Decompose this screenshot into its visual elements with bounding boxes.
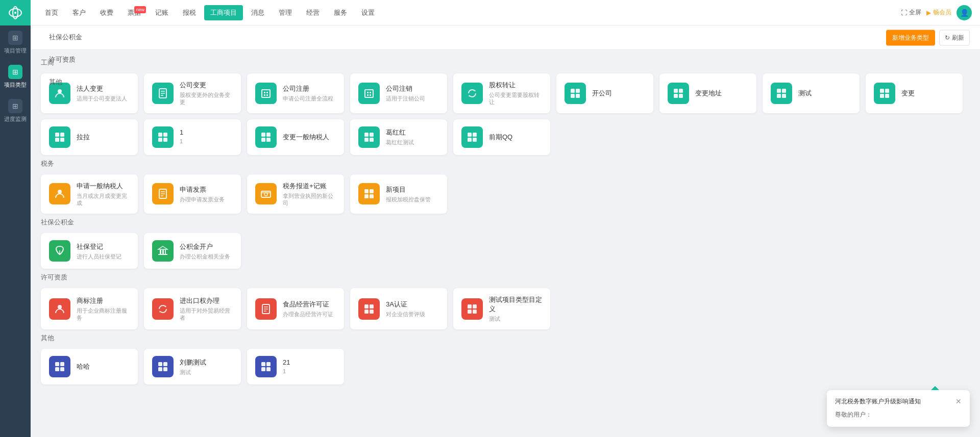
vip-icon: ▶ [926,9,931,16]
card-change2[interactable]: 变更 [866,73,963,113]
svg-point-74 [58,305,62,309]
card-icon-num21 [255,356,277,377]
card-change-taxpayer[interactable]: 变更一般纳税人 [247,119,344,155]
card-test-type[interactable]: 测试项目类型目定义 测试 [453,288,550,329]
card-company-change[interactable]: 公司变更 股权变更外的业务变更 [144,73,241,113]
section-license-section: 许可资质 商标注册 用于企业商标注册服务 进出口权办理 适用于对外贸易经营者 [41,273,970,329]
card-apply-taxpayer[interactable]: 申请一般纳税人 当月或次月成变更完成 [41,174,138,214]
svg-rect-45 [266,133,271,137]
notification-title: 河北税务数字账户升级影响通知 [835,397,921,406]
section-industry-section: 工商 法人变更 适用于公司变更法人 公司变更 股权变更外的业务变更 [41,58,970,155]
card-icon-gehonghong [358,126,380,148]
subtabs-list: 工商税务社保公积金许可资质其他 [41,25,92,94]
topnav-items: 首页客户收费票据new记账报税工商项目消息管理经营服务设置 [39,5,901,20]
card-lala[interactable]: 拉拉 [41,119,138,155]
svg-rect-40 [158,133,162,137]
card-text-equity-transfer: 股权转让 公司变更需要股权转让 [489,81,542,106]
main-scroll[interactable]: 工商 法人变更 适用于公司变更法人 公司变更 股权变更外的业务变更 [31,50,980,437]
svg-rect-24 [674,89,678,93]
svg-rect-16 [370,92,371,93]
card-fund-account[interactable]: 公积金开户 办理公积金相关业务 [144,233,241,269]
card-company-register[interactable]: 公司注册 申请公司注册全流程 [247,73,344,113]
card-social-register[interactable]: 社保登记 进行人员社保登记 [41,233,138,269]
sidebar-icon-project-type: ⊞ [8,65,22,79]
svg-rect-50 [364,138,369,142]
card-text-company-register: 公司注册 申请公司注册全流程 [283,84,333,102]
sidebar-logo[interactable] [0,0,31,25]
svg-rect-20 [571,89,575,93]
card-company-cancel[interactable]: 公司注销 适用于注销公司 [350,73,447,113]
card-num21[interactable]: 21 1 [247,349,344,384]
card-liupeng-test[interactable]: 刘鹏测试 测试 [144,349,241,384]
subtab-social[interactable]: 社保公积金 [41,27,90,49]
topnav-item-service[interactable]: 服务 [328,5,353,20]
fullscreen-button[interactable]: ⛶ 全屏 [901,8,921,17]
vip-button[interactable]: ▶ 畅会员 [926,8,951,17]
sidebar-item-progress-monitor[interactable]: ⊞ 进度监测 [0,94,31,128]
topnav-item-home[interactable]: 首页 [39,5,64,20]
notification-close-icon[interactable]: ✕ [955,397,962,405]
card-icon-num1 [152,126,174,148]
card-name-food-license: 食品经营许可证 [283,300,333,309]
subtab-license[interactable]: 许可资质 [41,49,90,71]
topnav-item-manage[interactable]: 管理 [273,5,298,20]
svg-rect-47 [266,138,271,142]
svg-rect-25 [679,89,683,93]
sidebar-item-project-manage[interactable]: ⊞ 项目管理 [0,25,31,60]
avatar[interactable]: 👤 [957,5,972,20]
card-icon-equity-transfer [461,83,483,104]
svg-rect-34 [880,94,884,98]
card-num1[interactable]: 1 1 [144,119,241,155]
card-name-test1: 测试 [798,89,812,98]
card-icon-haha [49,356,70,377]
card-3a-cert[interactable]: 3A认证 对企业信誉评级 [350,288,447,329]
card-text-apply-taxpayer: 申请一般纳税人 当月或次月成变更完成 [77,182,130,207]
svg-rect-92 [163,362,167,366]
topnav-item-billing[interactable]: 收费 [94,5,119,20]
card-haha[interactable]: 哈哈 [41,349,138,384]
topnav-item-settings[interactable]: 设置 [355,5,381,20]
topnav-item-operation[interactable]: 经营 [300,5,326,20]
card-qianqi-qq[interactable]: 前期QQ [453,119,550,155]
card-apply-invoice[interactable]: 申请发票 办理申请发票业务 [144,174,241,214]
sidebar-item-project-type[interactable]: ⊞ 项目类型 [0,60,31,94]
card-food-license[interactable]: 食品经营许可证 办理食品经营许可证 [247,288,344,329]
subtab-other[interactable]: 其他 [41,71,90,94]
svg-rect-89 [55,367,59,371]
sidebar-icon-progress-monitor: ⊞ [8,99,22,113]
cards-grid-industry-section: 法人变更 适用于公司变更法人 公司变更 股权变更外的业务变更 [41,73,970,155]
card-equity-transfer[interactable]: 股权转让 公司变更需要股权转让 [453,73,550,113]
card-open-company[interactable]: 开公司 [556,73,653,113]
card-desc-apply-invoice: 办理申请发票业务 [180,196,225,203]
card-gehonghong[interactable]: 葛红红 葛红红测试 [350,119,447,155]
svg-rect-67 [370,194,374,198]
svg-rect-83 [468,304,472,309]
card-test1[interactable]: 测试 [763,73,860,113]
svg-rect-91 [158,362,162,366]
notification-header: 河北税务数字账户升级影响通知 ✕ [835,397,962,406]
topnav-item-invoice[interactable]: 票据new [121,5,147,20]
card-new-project[interactable]: 新项目 报税加税控盘保管 [350,174,447,214]
sidebar-icon-project-manage: ⊞ [8,31,22,45]
card-tax-report[interactable]: 税务报道+记账 拿到营业执照的新公司 [247,174,344,214]
svg-marker-69 [158,246,167,249]
svg-rect-84 [473,304,477,309]
card-trademark[interactable]: 商标注册 用于企业商标注册服务 [41,288,138,329]
svg-rect-43 [163,138,167,142]
topnav-item-tax[interactable]: 报税 [177,5,202,20]
card-name-trademark: 商标注册 [77,296,130,305]
topnav-item-accounting[interactable]: 记账 [149,5,175,20]
card-text-liupeng-test: 刘鹏测试 测试 [180,358,206,376]
svg-rect-55 [473,138,477,142]
refresh-button[interactable]: ↻ 刷新 [939,30,970,45]
topnav-item-industry[interactable]: 工商项目 [204,5,243,20]
svg-rect-23 [576,94,580,98]
svg-rect-42 [158,138,162,142]
topnav-item-customer[interactable]: 客户 [66,5,92,20]
card-desc-new-project: 报税加税控盘保管 [386,196,431,203]
card-import-export[interactable]: 进出口权办理 适用于对外贸易经营者 [144,288,241,329]
card-change-address[interactable]: 变更地址 [659,73,756,113]
add-type-button[interactable]: 新增业务类型 [886,30,935,45]
topnav-item-message[interactable]: 消息 [245,5,271,20]
card-desc-3a-cert: 对企业信誉评级 [386,311,425,318]
